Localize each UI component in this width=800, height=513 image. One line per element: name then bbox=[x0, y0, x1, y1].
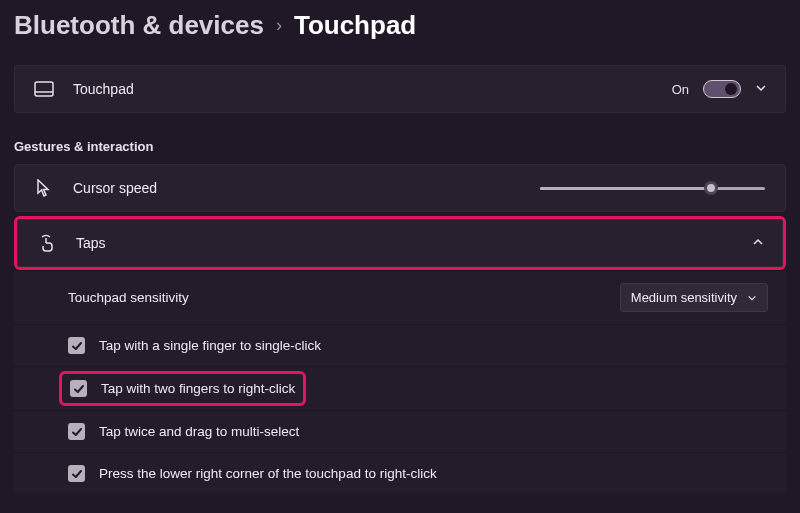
tap-option-row: Tap twice and drag to multi-select bbox=[14, 410, 786, 452]
breadcrumb-parent[interactable]: Bluetooth & devices bbox=[14, 10, 264, 41]
tap-option-label: Press the lower right corner of the touc… bbox=[99, 466, 768, 481]
chevron-right-icon: › bbox=[276, 15, 282, 36]
touchpad-master-row[interactable]: Touchpad On bbox=[14, 65, 786, 113]
section-title-gestures: Gestures & interaction bbox=[14, 139, 786, 154]
cursor-icon bbox=[33, 179, 55, 197]
tap-option-checkbox[interactable] bbox=[68, 337, 85, 354]
chevron-down-icon[interactable] bbox=[755, 82, 767, 97]
touchpad-sensitivity-value: Medium sensitivity bbox=[631, 290, 737, 305]
svg-rect-0 bbox=[35, 82, 53, 96]
taps-subpanel: Touchpad sensitivity Medium sensitivity … bbox=[14, 270, 786, 494]
taps-header-row[interactable]: Taps bbox=[17, 219, 783, 267]
tap-option-label: Tap twice and drag to multi-select bbox=[99, 424, 768, 439]
cursor-speed-label: Cursor speed bbox=[73, 180, 540, 196]
tap-option-checkbox[interactable] bbox=[68, 423, 85, 440]
taps-label: Taps bbox=[76, 235, 752, 251]
tap-option-row: Press the lower right corner of the touc… bbox=[14, 452, 786, 494]
tap-option-checkbox[interactable] bbox=[68, 465, 85, 482]
touchpad-toggle[interactable] bbox=[703, 80, 741, 98]
touchpad-label: Touchpad bbox=[73, 81, 672, 97]
toggle-state-text: On bbox=[672, 82, 689, 97]
cursor-speed-row: Cursor speed bbox=[14, 164, 786, 212]
slider-thumb[interactable] bbox=[704, 181, 718, 195]
highlight-tap-two-finger: Tap with two fingers to right-click bbox=[59, 371, 306, 406]
touchpad-sensitivity-label: Touchpad sensitivity bbox=[68, 290, 620, 305]
breadcrumb: Bluetooth & devices › Touchpad bbox=[14, 10, 786, 41]
touchpad-sensitivity-row: Touchpad sensitivity Medium sensitivity bbox=[14, 270, 786, 324]
tap-option-checkbox[interactable] bbox=[70, 380, 87, 397]
touchpad-sensitivity-select[interactable]: Medium sensitivity bbox=[620, 283, 768, 312]
tap-option-label: Tap with a single finger to single-click bbox=[99, 338, 768, 353]
highlight-taps-section: Taps bbox=[14, 216, 786, 270]
chevron-up-icon[interactable] bbox=[752, 236, 764, 251]
touchpad-icon bbox=[33, 81, 55, 97]
tap-option-row: Tap with a single finger to single-click bbox=[14, 324, 786, 366]
tap-option-label: Tap with two fingers to right-click bbox=[101, 381, 295, 396]
tap-option-row: Tap with two fingers to right-click bbox=[14, 366, 786, 410]
cursor-speed-slider[interactable] bbox=[540, 187, 765, 190]
breadcrumb-leaf: Touchpad bbox=[294, 10, 416, 41]
chevron-down-icon bbox=[747, 293, 757, 303]
tap-icon bbox=[36, 234, 58, 252]
